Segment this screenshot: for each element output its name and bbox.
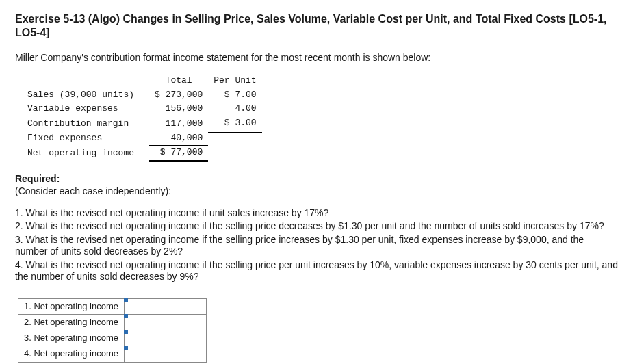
row-cm-per-unit: $ 3.00	[208, 116, 261, 131]
answer-4-input[interactable]	[125, 346, 206, 361]
row-sales-total: $ 273,000	[149, 88, 208, 102]
question-1: 1. What is the revised net operating inc…	[15, 207, 618, 220]
question-2: 2. What is the revised net operating inc…	[15, 220, 618, 233]
answer-2-cell[interactable]	[125, 314, 207, 330]
answer-3-label: 3. Net operating income	[18, 330, 125, 346]
answer-1-input[interactable]	[125, 299, 206, 314]
table-row: 3. Net operating income	[18, 330, 207, 346]
table-row: 1. Net operating income	[18, 298, 207, 314]
row-sales-per-unit: $ 7.00	[208, 88, 261, 102]
answer-4-label: 4. Net operating income	[18, 346, 125, 362]
input-marker-icon	[124, 298, 128, 302]
table-row: 4. Net operating income	[18, 346, 207, 362]
answer-1-label: 1. Net operating income	[18, 298, 125, 314]
row-cm-total: 117,000	[149, 116, 208, 131]
intro-text: Miller Company's contribution format inc…	[15, 52, 618, 64]
question-4: 4. What is the revised net operating inc…	[15, 259, 618, 283]
answer-2-label: 2. Net operating income	[18, 314, 125, 330]
row-fixed-label: Fixed expenses	[22, 131, 149, 146]
row-cm-label: Contribution margin	[22, 116, 149, 131]
row-varexp-label: Variable expenses	[22, 102, 149, 116]
row-varexp-total: 156,000	[149, 102, 208, 116]
question-3: 3. What is the revised net operating inc…	[15, 234, 618, 258]
answer-3-cell[interactable]	[125, 330, 207, 346]
answer-1-cell[interactable]	[125, 298, 207, 314]
table-row: 2. Net operating income	[18, 314, 207, 330]
row-noi-label: Net operating income	[22, 146, 149, 161]
input-marker-icon	[124, 330, 128, 334]
questions-block: 1. What is the revised net operating inc…	[15, 207, 618, 283]
col-total-header: Total	[149, 74, 208, 88]
answer-4-cell[interactable]	[125, 346, 207, 362]
row-sales-label: Sales (39,000 units)	[22, 88, 149, 102]
row-varexp-per-unit: 4.00	[208, 102, 261, 116]
col-per-unit-header: Per Unit	[208, 74, 261, 88]
row-fixed-total: 40,000	[149, 131, 208, 146]
input-marker-icon	[124, 314, 128, 318]
required-sub: (Consider each case independently):	[15, 185, 618, 198]
answer-3-input[interactable]	[125, 330, 206, 346]
required-label: Required:	[15, 173, 618, 185]
row-noi-total: $ 77,000	[149, 146, 208, 161]
exercise-title: Exercise 5-13 (Algo) Changes in Selling …	[15, 12, 618, 40]
answer-table: 1. Net operating income 2. Net operating…	[18, 298, 207, 363]
input-marker-icon	[124, 346, 128, 350]
answer-2-input[interactable]	[125, 315, 206, 330]
income-statement-table: Total Per Unit Sales (39,000 units) $ 27…	[22, 74, 262, 162]
